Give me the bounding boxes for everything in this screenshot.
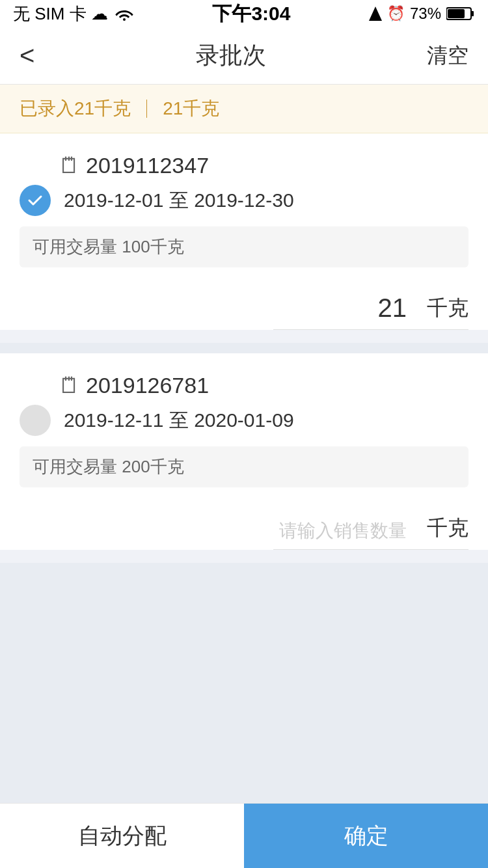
wifi-icon bbox=[115, 7, 134, 21]
batch-card-2: 🗒 2019126781 2019-12-11 至 2020-01-09 可用交… bbox=[0, 353, 488, 550]
battery-label: 73% bbox=[410, 5, 441, 23]
batch-id-1: 2019112347 bbox=[86, 153, 209, 178]
quantity-row-1: 千克 bbox=[0, 280, 488, 323]
batch-radio-1[interactable] bbox=[20, 185, 51, 216]
clear-button[interactable]: 清空 bbox=[427, 42, 468, 70]
content-area: 已录入21千克 21千克 🗒 2019112347 2019-12-01 至 2… bbox=[0, 85, 488, 868]
batch-id-2: 2019126781 bbox=[86, 373, 209, 398]
no-sim-label: 无 SIM 卡 ☁ bbox=[13, 3, 108, 25]
confirm-button[interactable]: 确定 bbox=[244, 804, 488, 868]
doc-icon-2: 🗒 bbox=[59, 373, 81, 398]
quantity-input-1[interactable] bbox=[338, 293, 416, 323]
doc-icon-1: 🗒 bbox=[59, 153, 81, 178]
battery-icon bbox=[446, 7, 475, 21]
bottom-bar: 自动分配 确定 bbox=[0, 803, 488, 868]
page-title: 录批次 bbox=[196, 40, 266, 72]
batch-available-1: 可用交易量 100千克 bbox=[20, 226, 468, 267]
status-bar: 无 SIM 卡 ☁ 下午3:04 ⏰ 73% bbox=[0, 0, 488, 27]
quantity-unit-2: 千克 bbox=[427, 514, 468, 543]
nav-bar: < 录批次 清空 bbox=[0, 27, 488, 85]
recorded-label: 已录入21千克 bbox=[20, 96, 131, 121]
back-button[interactable]: < bbox=[20, 41, 34, 70]
quantity-row-2: 千克 bbox=[0, 500, 488, 543]
quantity-divider-1 bbox=[273, 329, 468, 330]
quantity-divider-2 bbox=[273, 549, 468, 550]
summary-banner: 已录入21千克 21千克 bbox=[0, 85, 488, 133]
svg-rect-2 bbox=[448, 9, 465, 18]
summary-divider bbox=[146, 100, 147, 118]
alarm-icon: ⏰ bbox=[387, 5, 405, 22]
batch-date-1: 2019-12-01 至 2019-12-30 bbox=[64, 187, 294, 214]
svg-rect-1 bbox=[471, 11, 474, 16]
status-time: 下午3:04 bbox=[212, 1, 290, 27]
batch-date-2: 2019-12-11 至 2020-01-09 bbox=[64, 407, 294, 434]
amount-label: 21千克 bbox=[163, 96, 219, 121]
status-left: 无 SIM 卡 ☁ bbox=[13, 3, 134, 25]
status-right: ⏰ 73% bbox=[369, 5, 475, 23]
section-divider-1 bbox=[0, 343, 488, 353]
quantity-input-2[interactable] bbox=[234, 513, 416, 543]
batch-card-1: 🗒 2019112347 2019-12-01 至 2019-12-30 可用交… bbox=[0, 133, 488, 330]
batch-available-2: 可用交易量 200千克 bbox=[20, 446, 468, 487]
quantity-unit-1: 千克 bbox=[427, 294, 468, 323]
batch-radio-2[interactable] bbox=[20, 405, 51, 436]
auto-distribute-button[interactable]: 自动分配 bbox=[0, 804, 244, 868]
location-icon bbox=[369, 7, 382, 21]
